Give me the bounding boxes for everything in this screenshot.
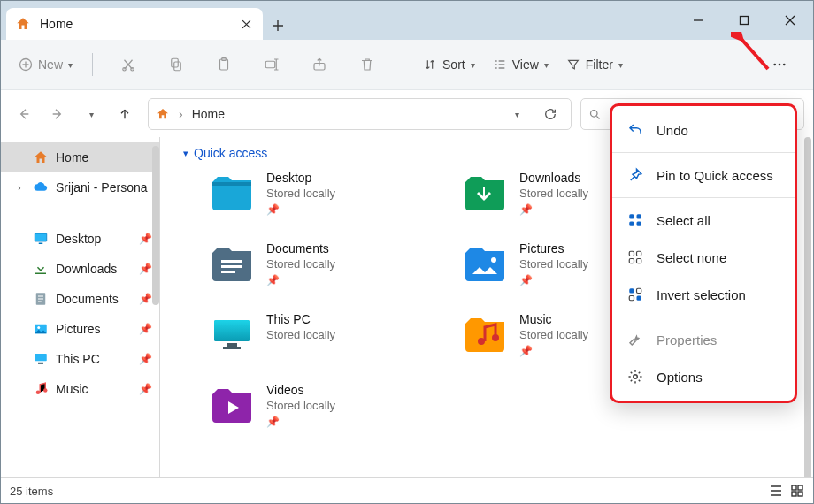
main-scrollbar[interactable] — [804, 137, 811, 478]
sidebar-item-pictures[interactable]: Pictures📌 — [1, 314, 159, 344]
sidebar-item-documents[interactable]: Documents📌 — [1, 284, 159, 314]
quick-access-label: Quick access — [194, 146, 267, 160]
new-tab-button[interactable] — [263, 11, 293, 40]
svg-point-13 — [783, 64, 786, 66]
item-subtitle: Stored locally — [266, 257, 335, 271]
ellipsis-icon — [772, 57, 787, 73]
tab-title: Home — [40, 17, 73, 31]
sidebar-item-label: Downloads — [56, 262, 117, 276]
sort-button[interactable]: Sort ▾ — [416, 49, 482, 80]
sidebar-item-label: Home — [56, 150, 88, 164]
sidebar-item-onedrive[interactable]: ›Srijani - Persona — [1, 172, 159, 202]
svg-rect-33 — [223, 347, 241, 349]
svg-rect-45 — [637, 288, 641, 293]
recent-button[interactable]: ▾ — [77, 100, 105, 128]
item-subtitle: Stored locally — [266, 187, 335, 200]
menu-item-gear[interactable]: Options — [612, 358, 795, 395]
delete-button[interactable] — [344, 49, 390, 80]
menu-item-select-all[interactable]: Select all — [612, 202, 795, 239]
search-icon — [588, 108, 602, 121]
menu-item-pin[interactable]: Pin to Quick access — [612, 157, 795, 194]
sort-icon — [423, 57, 437, 72]
more-button[interactable] — [756, 49, 802, 80]
item-name: Documents — [266, 241, 335, 256]
menu-item-invert[interactable]: Invert selection — [612, 276, 795, 313]
paste-button[interactable] — [201, 49, 247, 80]
sidebar-scrollbar[interactable] — [152, 146, 159, 305]
forward-button[interactable] — [43, 100, 72, 128]
sidebar-item-label: Pictures — [56, 322, 101, 336]
back-button[interactable] — [10, 100, 38, 128]
copy-button[interactable] — [153, 49, 199, 80]
quick-access-item[interactable]: DesktopStored locally📌 — [210, 169, 463, 240]
menu-item-label: Pin to Quick access — [657, 168, 773, 183]
quick-access-item[interactable]: VideosStored locally📌 — [210, 381, 463, 452]
sidebar-item-downloads[interactable]: Downloads📌 — [1, 254, 159, 284]
desktop-folder-icon — [210, 171, 254, 215]
svg-point-21 — [37, 326, 40, 329]
thispc-icon — [33, 351, 49, 367]
sidebar-item-thispc[interactable]: This PC📌 — [1, 344, 159, 374]
share-icon — [311, 57, 327, 73]
tab-home[interactable]: Home — [6, 8, 263, 40]
svg-rect-18 — [35, 273, 46, 275]
maximize-button[interactable] — [721, 1, 767, 40]
svg-rect-32 — [227, 343, 237, 347]
svg-rect-17 — [39, 243, 43, 245]
music-folder-icon — [463, 312, 507, 356]
pin-icon: 📌 — [139, 233, 152, 245]
chevron-down-icon: ▾ — [515, 110, 519, 119]
svg-rect-49 — [792, 485, 796, 490]
thumb-view-button[interactable] — [790, 484, 804, 498]
plus-icon — [272, 19, 284, 32]
item-name: Videos — [266, 383, 335, 397]
sidebar-item-desktop[interactable]: Desktop📌 — [1, 224, 159, 254]
sidebar-item-music[interactable]: Music📌 — [1, 374, 159, 404]
details-view-button[interactable] — [769, 484, 783, 498]
up-button[interactable] — [111, 100, 139, 128]
tab-close-button[interactable] — [238, 16, 254, 32]
share-button[interactable] — [296, 49, 342, 80]
pin-icon: 📌 — [139, 323, 152, 335]
item-subtitle: Stored locally — [266, 328, 335, 341]
cut-icon — [120, 57, 136, 73]
pin-icon: 📌 — [519, 203, 588, 216]
refresh-button[interactable] — [537, 101, 564, 127]
history-dropdown-button[interactable]: ▾ — [503, 101, 530, 127]
home-icon — [15, 16, 31, 32]
paste-icon — [216, 57, 232, 73]
gear-icon — [626, 368, 644, 386]
chevron-right-icon: › — [179, 107, 183, 121]
breadcrumb-home[interactable]: Home — [192, 107, 225, 121]
svg-rect-9 — [265, 61, 275, 68]
menu-item-select-none[interactable]: Select none — [612, 239, 795, 276]
svg-rect-27 — [221, 265, 242, 268]
svg-rect-37 — [637, 214, 641, 218]
sidebar-item-label: This PC — [56, 352, 100, 366]
item-name: Pictures — [519, 241, 588, 256]
sidebar-item-label: Desktop — [56, 232, 101, 246]
quick-access-item[interactable]: DocumentsStored locally📌 — [210, 240, 463, 310]
svg-rect-26 — [221, 260, 242, 263]
menu-item-undo[interactable]: Undo — [612, 111, 795, 149]
svg-rect-40 — [629, 251, 634, 256]
close-window-button[interactable] — [767, 1, 813, 40]
view-button[interactable]: View ▾ — [486, 49, 556, 80]
pin-icon: 📌 — [139, 293, 152, 305]
rename-button[interactable] — [249, 49, 295, 80]
pictures-icon — [33, 321, 49, 337]
home-icon — [156, 107, 170, 121]
chevron-down-icon: ▾ — [68, 60, 73, 70]
sidebar-item-label: Srijani - Persona — [56, 180, 148, 195]
chevron-down-icon: ▾ — [618, 60, 623, 70]
address-bar[interactable]: › Home ▾ — [148, 98, 572, 130]
cut-button[interactable] — [105, 49, 151, 80]
minimize-button[interactable] — [675, 1, 721, 40]
new-button[interactable]: New ▾ — [12, 49, 80, 80]
svg-rect-23 — [38, 363, 43, 364]
sidebar-item-home[interactable]: Home — [1, 142, 159, 172]
filter-button[interactable]: Filter ▾ — [559, 49, 630, 80]
svg-rect-31 — [214, 320, 250, 341]
quick-access-item[interactable]: This PCStored locally — [210, 310, 463, 381]
menu-item-label: Select all — [657, 213, 710, 228]
